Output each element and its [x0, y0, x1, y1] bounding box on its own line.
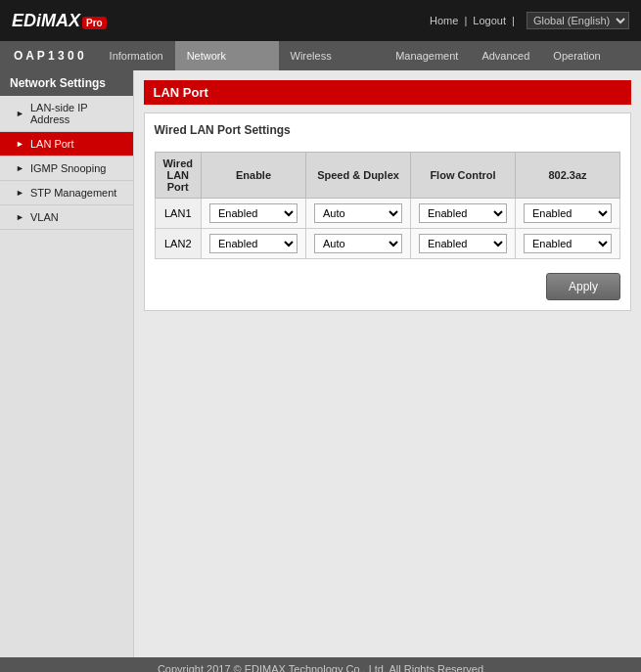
enable-cell-lan2: Enabled Disabled	[202, 229, 306, 259]
logo-imax: iMAX	[36, 11, 80, 30]
flow-select-lan1[interactable]: Enabled Disabled	[419, 203, 507, 223]
col-enable: Enable	[202, 153, 306, 199]
nav-operation-mode[interactable]: Operation Mode	[541, 41, 641, 70]
az-cell-lan1: Enabled Disabled	[516, 199, 620, 229]
arrow-icon-stp: ►	[16, 188, 24, 198]
speed-select-lan1[interactable]: Auto 10M Half 10M Full 100M Half 100M Fu…	[314, 203, 402, 223]
nav-advanced[interactable]: Advanced	[470, 41, 541, 70]
az-select-lan2[interactable]: Enabled Disabled	[524, 234, 612, 253]
port-lan1: LAN1	[155, 199, 201, 229]
sidebar-item-lan-port[interactable]: ► LAN Port	[0, 132, 133, 157]
sidebar-item-igmp[interactable]: ► IGMP Snooping	[0, 157, 133, 181]
logout-link[interactable]: Logout	[473, 15, 506, 26]
az-cell-lan2: Enabled Disabled	[516, 229, 620, 259]
sidebar-label-vlan: VLAN	[30, 211, 59, 223]
flow-cell-lan1: Enabled Disabled	[411, 199, 516, 229]
sep1: |	[464, 15, 467, 26]
main-layout: Network Settings ► LAN-side IP Address ►…	[0, 70, 641, 657]
top-nav: O A P 1 3 0 0 Information Network Settin…	[0, 41, 641, 70]
col-speed: Speed & Duplex	[306, 153, 411, 199]
device-name: O A P 1 3 0 0	[0, 49, 98, 63]
speed-cell-lan2: Auto 10M Half 10M Full 100M Half 100M Fu…	[306, 229, 411, 259]
apply-button[interactable]: Apply	[546, 273, 620, 300]
arrow-icon-active: ►	[16, 139, 24, 149]
speed-select-lan2[interactable]: Auto 10M Half 10M Full 100M Half 100M Fu…	[314, 234, 402, 253]
logo-pro: Pro	[82, 17, 107, 29]
content-area: LAN Port Wired LAN Port Settings Wired L…	[134, 70, 641, 657]
table-row: LAN2 Enabled Disabled Auto 10M Half	[155, 229, 619, 259]
flow-select-lan2[interactable]: Enabled Disabled	[419, 234, 507, 253]
header-links: Home | Logout | Global (English)	[430, 12, 629, 29]
speed-cell-lan1: Auto 10M Half 10M Full 100M Half 100M Fu…	[306, 199, 411, 229]
sidebar-label-lan-ip: LAN-side IP Address	[30, 102, 123, 125]
nav-management[interactable]: Management	[384, 41, 470, 70]
home-link[interactable]: Home	[430, 15, 458, 26]
sep2: |	[512, 15, 515, 26]
col-flow: Flow Control	[411, 153, 516, 199]
enable-cell-lan1: Enabled Disabled	[202, 199, 306, 229]
sidebar-item-lan-side-ip[interactable]: ► LAN-side IP Address	[0, 96, 133, 132]
sidebar-label-lan-port: LAN Port	[30, 138, 74, 150]
az-select-lan1[interactable]: Enabled Disabled	[524, 203, 612, 223]
page-title: LAN Port	[144, 80, 631, 105]
sidebar-label-stp: STP Management	[30, 187, 116, 199]
col-port: Wired LAN Port	[155, 153, 201, 199]
enable-select-lan2[interactable]: Enabled Disabled	[209, 234, 298, 253]
sidebar-item-stp[interactable]: ► STP Management	[0, 181, 133, 205]
language-select[interactable]: Global (English)	[527, 12, 629, 29]
apply-area: Apply	[155, 273, 620, 300]
table-row: LAN1 Enabled Disabled Auto 10M Half	[155, 199, 619, 229]
footer: Copyright 2017 © EDIMAX Technology Co., …	[0, 657, 641, 672]
col-az: 802.3az	[516, 153, 620, 199]
sidebar: Network Settings ► LAN-side IP Address ►…	[0, 70, 134, 657]
header: EDiMAXPro Home | Logout | Global (Englis…	[0, 0, 641, 41]
port-lan2: LAN2	[155, 229, 201, 259]
wired-lan-table: Wired LAN Port Enable Speed & Duplex Flo…	[155, 152, 620, 259]
nav-network-settings[interactable]: Network Settings	[175, 41, 279, 70]
section-title: Wired LAN Port Settings	[155, 123, 620, 142]
arrow-icon: ►	[16, 109, 24, 118]
nav-information[interactable]: Information	[98, 41, 175, 70]
flow-cell-lan2: Enabled Disabled	[411, 229, 516, 259]
arrow-icon-igmp: ►	[16, 163, 24, 173]
logo-text: EDiMAXPro	[12, 11, 107, 31]
logo: EDiMAXPro	[12, 11, 107, 31]
sidebar-title: Network Settings	[0, 70, 133, 96]
footer-text: Copyright 2017 © EDIMAX Technology Co., …	[158, 663, 483, 672]
sidebar-item-vlan[interactable]: ► VLAN	[0, 205, 133, 230]
arrow-icon-vlan: ►	[16, 212, 24, 222]
logo-ed: ED	[12, 11, 36, 30]
nav-wireless-settings[interactable]: Wireless Settings	[279, 41, 385, 70]
section-box: Wired LAN Port Settings Wired LAN Port E…	[144, 112, 631, 311]
enable-select-lan1[interactable]: Enabled Disabled	[209, 203, 298, 223]
sidebar-label-igmp: IGMP Snooping	[30, 162, 106, 174]
